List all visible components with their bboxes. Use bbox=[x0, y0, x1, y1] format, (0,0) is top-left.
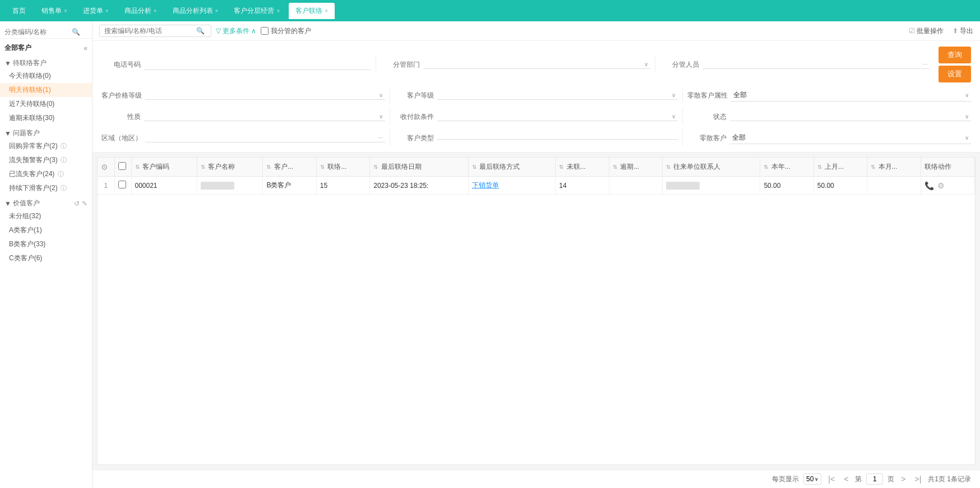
all-customers-header[interactable]: 全部客户 « bbox=[0, 41, 92, 55]
group-value-refresh-icon[interactable]: ↺ bbox=[74, 200, 80, 208]
col-contact-sort-icon[interactable]: ⇅ bbox=[320, 164, 325, 170]
filter-retail-customer: 零散客户 全部 ∨ bbox=[687, 132, 971, 144]
col-code-sort-icon[interactable]: ⇅ bbox=[135, 164, 140, 170]
sidebar-collapse-icon[interactable]: « bbox=[84, 44, 87, 52]
filter-dept: 分管部门 ∨ bbox=[381, 60, 650, 70]
col-unit-sort-icon[interactable]: ⇅ bbox=[666, 164, 671, 170]
sidebar-item-7days-contact[interactable]: 近7天待联络(0) bbox=[0, 97, 92, 111]
per-page-select[interactable]: 50 ∨ bbox=[803, 473, 821, 485]
last-contact-method-link[interactable]: 下销货单 bbox=[472, 181, 499, 189]
col-date-sort-icon[interactable]: ⇅ bbox=[373, 164, 378, 170]
sidebar-item-c-class[interactable]: C类客户(6) bbox=[0, 251, 92, 265]
filter-customer-type: 客户类型 bbox=[395, 133, 678, 143]
group-problem-customers[interactable]: ▼ 问题客户 bbox=[0, 125, 92, 139]
nav-product-analysis-list[interactable]: 商品分析列表 × bbox=[166, 3, 225, 19]
sidebar: 🔍 全部客户 « ▼ 待联络客户 今天待联络(0) 明天待联络(1) 近7天待联… bbox=[0, 21, 93, 488]
sidebar-search-input[interactable] bbox=[4, 28, 72, 36]
phone-action-icon[interactable]: 📞 bbox=[924, 181, 934, 190]
nav-customer-contact-close[interactable]: × bbox=[325, 8, 328, 14]
sidebar-search-icon[interactable]: 🔍 bbox=[72, 28, 80, 36]
nav-product-analysis[interactable]: 商品分析 × bbox=[118, 3, 164, 19]
dept-chevron-icon: ∨ bbox=[644, 61, 648, 67]
sidebar-item-today-contact[interactable]: 今天待联络(0) bbox=[0, 69, 92, 83]
nature-select[interactable]: ∨ bbox=[144, 112, 385, 121]
customer-type-select[interactable] bbox=[437, 137, 678, 140]
sidebar-item-declining[interactable]: 持续下滑客户(2) ⓘ bbox=[0, 181, 92, 195]
more-action-icon[interactable]: ⚙ bbox=[937, 181, 945, 190]
sidebar-item-a-class[interactable]: A类客户(1) bbox=[0, 223, 92, 237]
price-grade-select[interactable]: ∨ bbox=[145, 91, 385, 100]
last-page-btn[interactable]: >| bbox=[913, 475, 924, 484]
manager-select[interactable]: ··· bbox=[702, 60, 930, 69]
sidebar-item-ungrouped[interactable]: 未分组(32) bbox=[0, 209, 92, 223]
nav-sales[interactable]: 销售单 × bbox=[35, 3, 74, 19]
group-value-label: 价值客户 bbox=[13, 199, 40, 208]
group-pending-contact[interactable]: ▼ 待联络客户 bbox=[0, 55, 92, 69]
nav-purchase-close[interactable]: × bbox=[105, 8, 109, 14]
col-overdue-sort-icon[interactable]: ⇅ bbox=[613, 164, 617, 170]
nav-product-analysis-list-close[interactable]: × bbox=[215, 8, 219, 14]
col-last-month: ⇅ 上月... bbox=[813, 158, 867, 177]
first-page-btn[interactable]: |< bbox=[826, 475, 837, 484]
col-year-sort-icon[interactable]: ⇅ bbox=[764, 164, 768, 170]
export-label: 导出 bbox=[960, 26, 973, 36]
per-page-label: 每页显示 bbox=[772, 475, 799, 484]
col-unit-contact: ⇅ 往来单位联系人 bbox=[663, 158, 760, 177]
cell-actions: 📞 ⚙ bbox=[921, 177, 974, 195]
search-input[interactable] bbox=[104, 27, 194, 35]
select-all-checkbox[interactable] bbox=[118, 162, 126, 170]
nav-purchase[interactable]: 进货单 × bbox=[76, 3, 115, 19]
search-icon[interactable]: 🔍 bbox=[196, 27, 205, 35]
my-customers-checkbox[interactable] bbox=[261, 27, 269, 35]
col-type-sort-icon[interactable]: ⇅ bbox=[266, 164, 271, 170]
sidebar-item-churn-warning[interactable]: 流失预警客户(3) ⓘ bbox=[0, 153, 92, 167]
col-method-sort-icon[interactable]: ⇅ bbox=[472, 164, 477, 170]
nav-product-analysis-close[interactable]: × bbox=[154, 8, 157, 14]
dept-select[interactable]: ∨ bbox=[423, 60, 650, 69]
status-select[interactable]: ∨ bbox=[730, 112, 971, 121]
payment-select[interactable]: ∨ bbox=[437, 112, 678, 121]
filter-retail-attr: 零散客户属性 全部 ∨ bbox=[687, 89, 971, 102]
cell-row-num: 1 bbox=[98, 177, 114, 195]
sidebar-item-tomorrow-contact[interactable]: 明天待联络(1) bbox=[0, 83, 92, 97]
my-customers-checkbox-label[interactable]: 我分管的客户 bbox=[261, 26, 311, 36]
region-select[interactable]: ··· bbox=[145, 133, 385, 142]
nav-customer-tier-close[interactable]: × bbox=[276, 8, 280, 14]
sidebar-search-container: 🔍 bbox=[0, 26, 92, 39]
nav-sales-close[interactable]: × bbox=[64, 8, 67, 14]
customer-grade-select[interactable]: ∨ bbox=[437, 91, 678, 100]
nav-home[interactable]: 首页 bbox=[6, 3, 33, 19]
phone-input[interactable] bbox=[144, 59, 371, 70]
col-actions: 联络动作 bbox=[921, 158, 974, 177]
group-value-edit-icon[interactable]: ✎ bbox=[82, 200, 87, 208]
sidebar-item-repurchase-abnormal[interactable]: 回购异常客户(2) ⓘ bbox=[0, 139, 92, 153]
settings-button[interactable]: 设置 bbox=[939, 66, 971, 82]
retail-attr-select[interactable]: 全部 ∨ bbox=[731, 89, 971, 102]
main-layout: 🔍 全部客户 « ▼ 待联络客户 今天待联络(0) 明天待联络(1) 近7天待联… bbox=[0, 21, 980, 488]
col-this-month-sort-icon[interactable]: ⇅ bbox=[871, 164, 875, 170]
retail-customer-select[interactable]: 全部 ∨ bbox=[730, 132, 971, 144]
nav-customer-tier[interactable]: 客户分层经营 × bbox=[227, 3, 286, 19]
sidebar-item-churned[interactable]: 已流失客户(24) ⓘ bbox=[0, 167, 92, 181]
more-filters-btn[interactable]: ▽ 更多条件 ∧ bbox=[216, 26, 256, 36]
action-icons-container: 📞 ⚙ bbox=[924, 181, 971, 190]
query-button[interactable]: 查询 bbox=[939, 47, 971, 63]
sidebar-item-b-class[interactable]: B类客户(33) bbox=[0, 237, 92, 251]
batch-action-btn[interactable]: ☑ 批量操作 bbox=[909, 26, 944, 36]
nav-customer-contact[interactable]: 客户联络 × bbox=[289, 3, 335, 19]
table-gear-icon[interactable]: ⚙ bbox=[101, 163, 108, 172]
page-input[interactable] bbox=[866, 473, 883, 485]
next-page-btn[interactable]: > bbox=[899, 475, 908, 484]
col-last-month-sort-icon[interactable]: ⇅ bbox=[817, 164, 822, 170]
sidebar-item-overdue-contact[interactable]: 逾期未联络(30) bbox=[0, 111, 92, 125]
col-no-contact-sort-icon[interactable]: ⇅ bbox=[559, 164, 563, 170]
col-name-sort-icon[interactable]: ⇅ bbox=[201, 164, 205, 170]
col-checkbox bbox=[114, 158, 131, 177]
group-value-customers[interactable]: ▼ 价值客户 ↺ ✎ bbox=[0, 195, 92, 209]
prev-page-btn[interactable]: < bbox=[842, 475, 850, 484]
export-btn[interactable]: ⬆ 导出 bbox=[953, 26, 973, 36]
cell-last-contact-date: 2023-05-23 18:25: bbox=[370, 177, 469, 195]
row-checkbox[interactable] bbox=[118, 181, 126, 188]
filter-panel: 电话号码 分管部门 ∨ 分管人员 ··· bbox=[93, 41, 980, 153]
total-records: 共1页 1条记录 bbox=[928, 475, 971, 484]
